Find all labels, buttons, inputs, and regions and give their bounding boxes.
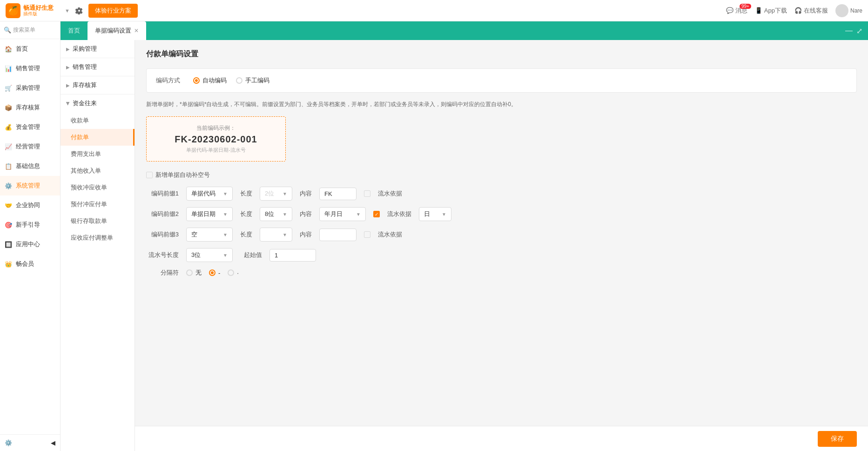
info-text: 新增单据时，*单据编码*自动生成，不可编辑。前缀设置为部门、业务员等档案类，开单… — [146, 100, 857, 109]
code-preview-box: 当前编码示例： FK-20230602-001 单据代码-单据日期-流水号 — [146, 116, 286, 162]
prefix1-length-select[interactable]: 2位 ▼ — [260, 187, 292, 201]
nav-dropdown[interactable]: ▼ — [65, 8, 70, 13]
tab-expand-icon[interactable]: ⤢ — [856, 27, 862, 35]
sub-menu-item-expense[interactable]: 费用支出单 — [61, 146, 135, 162]
search-icon: 🔍 — [4, 27, 11, 34]
prefix2-length-label: 长度 — [240, 210, 252, 218]
sep-dash-radio[interactable]: - — [209, 269, 220, 276]
prefix3-row: 编码前缀3 空 ▼ 长度 ▼ 内容 流水依据 — [146, 228, 857, 242]
brand-icon: 🍊 — [6, 3, 20, 18]
sidebar-item-newguide[interactable]: 🎯 新手引导 — [0, 215, 60, 235]
start-value-input[interactable] — [269, 249, 316, 262]
chevron-right-icon: ▶ — [66, 47, 70, 52]
auto-fill-checkbox[interactable] — [146, 172, 153, 178]
username: Nare — [850, 7, 862, 14]
message-btn[interactable]: 💬 消息 99+ — [726, 7, 747, 15]
page-title: 付款单编码设置 — [146, 49, 857, 59]
bottom-bar: 保存 — [135, 426, 868, 451]
sidebar-item-purchase[interactable]: 🛒 采购管理 — [0, 78, 60, 98]
sub-menu-item-prepay-pay[interactable]: 预付冲应付单 — [61, 196, 135, 213]
apps-icon: 🔲 — [5, 241, 12, 248]
sub-menu-item-bank-deposit[interactable]: 银行存取款单 — [61, 213, 135, 229]
separator-label: 分隔符 — [146, 269, 179, 277]
user-info[interactable]: Nare — [835, 4, 862, 17]
sep-none-radio[interactable]: 无 — [186, 269, 202, 277]
prefix3-content-input[interactable] — [319, 229, 357, 241]
sidebar-item-finance[interactable]: 💰 资金管理 — [0, 117, 60, 137]
enterprise-icon: 🤝 — [5, 202, 12, 209]
start-value-label: 起始值 — [244, 251, 262, 259]
serial-length-label: 流水号长度 — [146, 251, 179, 259]
trial-btn[interactable]: 体验行业方案 — [88, 4, 138, 18]
sub-menu-group-sales: ▶ 销售管理 — [61, 58, 135, 76]
settings-bottom-icon[interactable]: ⚙️ — [5, 439, 12, 446]
sep-dash-circle — [209, 269, 215, 276]
sub-menu-item-payment[interactable]: 付款单 — [61, 129, 135, 146]
tab-close-icon[interactable]: ✕ — [134, 27, 139, 34]
sidebar-search[interactable]: 🔍 搜索菜单 — [0, 21, 60, 39]
manual-coding-radio[interactable]: 手工编码 — [236, 76, 269, 85]
prefix1-length-arrow: ▼ — [283, 191, 287, 196]
chevron-down-icon: ▶ — [66, 101, 71, 105]
prefix3-serial-checkbox[interactable] — [364, 231, 370, 238]
sub-menu-item-prepay-recv[interactable]: 预收冲应收单 — [61, 179, 135, 196]
purchase-icon: 🛒 — [5, 85, 12, 92]
prefix1-row: 编码前缀1 单据代码 ▼ 长度 2位 ▼ 内容 流水依据 — [146, 187, 857, 201]
prefix1-serial-checkbox[interactable] — [364, 190, 370, 197]
sub-menu-item-payable-adj[interactable]: 应收应付调整单 — [61, 229, 135, 246]
prefix2-serial-unit-select[interactable]: 日 ▼ — [419, 207, 451, 221]
tab-minimize-icon[interactable]: — — [845, 27, 853, 35]
auto-coding-radio[interactable]: 自动编码 — [193, 76, 227, 85]
tab-coding-setting[interactable]: 单据编码设置 ✕ — [87, 21, 146, 40]
sidebar-item-member[interactable]: 👑 畅会员 — [0, 254, 60, 274]
sep-dot-radio[interactable]: · — [228, 269, 239, 276]
brand: 🍊 畅通好生意 插件版 — [6, 3, 54, 18]
top-bar-left: 🍊 畅通好生意 插件版 ▼ 体验行业方案 — [6, 3, 138, 18]
sidebar-item-basic[interactable]: 📋 基础信息 — [0, 156, 60, 176]
settings-icon-btn[interactable] — [73, 4, 86, 17]
sidebar-item-home[interactable]: 🏠 首页 — [0, 39, 60, 59]
brand-title: 畅通好生意 — [23, 4, 54, 12]
prefix2-select[interactable]: 单据日期 ▼ — [186, 207, 233, 221]
prefix3-serial-label: 流水依据 — [378, 230, 402, 239]
sub-menu-item-receipt[interactable]: 收款单 — [61, 112, 135, 129]
sidebar-item-system[interactable]: ⚙️ 系统管理 — [0, 176, 60, 195]
prefix3-length-label: 长度 — [240, 230, 252, 239]
sidebar: 🔍 搜索菜单 🏠 首页 📊 销售管理 🛒 采购管理 📦 库存核算 💰 资金管理 … — [0, 21, 61, 451]
sub-menu-group-purchase: ▶ 采购管理 — [61, 40, 135, 58]
sidebar-item-inventory[interactable]: 📦 库存核算 — [0, 98, 60, 117]
brand-subtitle: 插件版 — [23, 11, 54, 17]
top-bar-nav: ▼ 体验行业方案 — [65, 4, 138, 18]
prefix3-select[interactable]: 空 ▼ — [186, 228, 233, 242]
serial-length-select[interactable]: 3位 ▼ — [186, 248, 233, 262]
service-btn[interactable]: 🎧 在线客服 — [794, 7, 828, 15]
top-bar-right: 💬 消息 99+ 📱 App下载 🎧 在线客服 Nare — [726, 4, 862, 17]
prefix3-length-select[interactable]: ▼ — [260, 228, 292, 242]
prefix2-content-select[interactable]: 年月日 ▼ — [319, 207, 366, 221]
prefix2-serial-checkbox[interactable]: ✓ — [373, 211, 380, 217]
sep-dot-circle — [228, 269, 234, 276]
basic-icon: 📋 — [5, 163, 12, 170]
sub-menu-purchase[interactable]: ▶ 采购管理 — [61, 40, 135, 58]
sidebar-item-enterprise[interactable]: 🤝 企业协同 — [0, 195, 60, 215]
prefix2-length-select[interactable]: 8位 ▼ — [260, 207, 292, 221]
prefix2-content-arrow: ▼ — [356, 212, 361, 217]
sub-menu-group-inventory: ▶ 库存核算 — [61, 76, 135, 94]
prefix1-select[interactable]: 单据代码 ▼ — [186, 187, 233, 201]
coding-method-section: 编码方式 自动编码 手工编码 — [146, 68, 857, 93]
sidebar-item-sales[interactable]: 📊 销售管理 — [0, 59, 60, 78]
coding-method-radio-group: 编码方式 自动编码 手工编码 — [156, 76, 847, 85]
tab-home[interactable]: 首页 — [61, 21, 87, 40]
member-icon: 👑 — [5, 261, 12, 268]
sub-menu-item-other-income[interactable]: 其他收入单 — [61, 162, 135, 179]
sub-menu-sales[interactable]: ▶ 销售管理 — [61, 58, 135, 76]
sidebar-item-operations[interactable]: 📈 经营管理 — [0, 137, 60, 156]
prefix1-content-input[interactable] — [319, 188, 357, 200]
sub-menu-capital[interactable]: ▶ 资金往来 — [61, 94, 135, 112]
finance-icon: 💰 — [5, 124, 12, 131]
download-btn[interactable]: 📱 App下载 — [755, 7, 787, 15]
save-btn[interactable]: 保存 — [818, 431, 857, 447]
sidebar-item-apps[interactable]: 🔲 应用中心 — [0, 235, 60, 254]
collapse-icon[interactable]: ◀ — [51, 439, 55, 446]
sub-menu-inventory[interactable]: ▶ 库存核算 — [61, 76, 135, 94]
